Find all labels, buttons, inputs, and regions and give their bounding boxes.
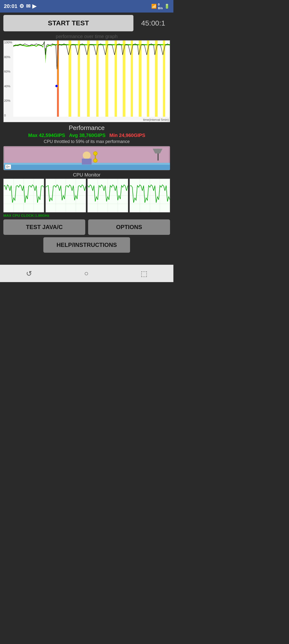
cpu-core-1-svg xyxy=(3,179,44,212)
cpu-core-2-svg xyxy=(46,179,86,212)
status-right: 📶 0B/s 🔋 xyxy=(151,3,170,10)
svg-rect-18 xyxy=(131,40,133,117)
graph-y-labels: 100% 80% 60% 40% 20% 0 xyxy=(4,40,12,117)
performance-graph-wrapper: performance over time graph 100% 80% 60%… xyxy=(3,34,170,122)
main-content: START TEST 45:00:1 performance over time… xyxy=(0,12,173,260)
svg-rect-13 xyxy=(87,40,90,117)
svg-rect-15 xyxy=(105,40,108,117)
home-icon[interactable]: ○ xyxy=(84,269,88,278)
top-row: START TEST 45:00:1 xyxy=(3,15,170,31)
perf-max: Max 42,594GIPS xyxy=(28,132,65,138)
cpu-graphs: 0.98GHz 0.98GHz xyxy=(3,179,170,212)
svg-rect-12 xyxy=(78,40,80,117)
svg-rect-28 xyxy=(82,159,92,165)
cpu-core-3: 0.98GHz xyxy=(87,179,128,212)
svg-rect-20 xyxy=(147,40,149,117)
ad-scene-svg xyxy=(3,146,170,170)
cpu-core-4-svg xyxy=(130,179,170,212)
svg-rect-22 xyxy=(163,40,165,117)
navigation-bar: ↺ ○ ⬚ xyxy=(0,265,173,282)
svg-rect-17 xyxy=(123,40,125,117)
help-instructions-button[interactable]: HELP/INSTRUCTIONS xyxy=(43,237,130,253)
svg-rect-19 xyxy=(139,40,141,117)
status-bar: 20:01 ⚙ ✉ ▶ 📶 0B/s 🔋 xyxy=(0,0,173,12)
svg-point-29 xyxy=(93,152,97,156)
perf-min: Min 24,960GIPS xyxy=(109,132,145,138)
performance-graph: 100% 80% 60% 40% 20% 0 xyxy=(3,40,170,122)
svg-rect-11 xyxy=(68,40,71,117)
perf-throttle: CPU throttled to 59% of its max performa… xyxy=(3,139,170,144)
start-test-button[interactable]: START TEST xyxy=(3,15,133,31)
performance-section: Performance Max 42,594GIPS Avg 38,760GIP… xyxy=(3,124,170,144)
help-button-wrapper: HELP/INSTRUCTIONS xyxy=(3,237,170,258)
svg-rect-21 xyxy=(155,40,158,117)
cpu-core-2: 0.98GHz xyxy=(45,179,86,212)
email-icon: ✉ xyxy=(26,3,30,10)
graph-x-label: time(interval 5min) xyxy=(143,118,169,122)
play-icon: ▶ xyxy=(32,3,36,10)
cpu-core-1: 0.98GHz xyxy=(3,179,44,212)
svg-point-31 xyxy=(93,159,97,162)
timer-display: 45:00:1 xyxy=(136,19,170,27)
svg-rect-14 xyxy=(96,40,98,117)
svg-point-10 xyxy=(55,85,58,87)
svg-marker-6 xyxy=(13,40,170,117)
back-icon[interactable]: ↺ xyxy=(26,269,32,278)
cpu-monitor-title: CPU Monitor xyxy=(3,172,170,178)
max-cpu-clock: MAX CPU CLOCK:1.80GHz xyxy=(3,214,170,218)
recent-apps-icon[interactable]: ⬚ xyxy=(141,269,147,278)
graph-inner xyxy=(13,40,170,117)
performance-title: Performance xyxy=(3,124,170,132)
cpu-core-3-svg xyxy=(88,179,128,212)
svg-rect-16 xyxy=(115,40,117,117)
cpu-core-4: 0.98GHz xyxy=(130,179,170,212)
data-speed: 0B/s xyxy=(158,3,163,10)
ad-banner[interactable]: 0+ xyxy=(3,146,170,170)
performance-stats: Max 42,594GIPS Avg 38,760GIPS Min 24,960… xyxy=(3,132,170,138)
perf-avg: Avg 38,760GIPS xyxy=(69,132,105,138)
test-java-c-button[interactable]: TEST JAVA/C xyxy=(3,220,85,235)
battery-icon: 🔋 xyxy=(164,4,170,9)
ad-age-rating: 0+ xyxy=(5,164,11,169)
wifi-icon: 📶 xyxy=(151,4,157,9)
graph-svg xyxy=(13,40,170,117)
bottom-buttons: TEST JAVA/C OPTIONS xyxy=(3,220,170,235)
options-button[interactable]: OPTIONS xyxy=(88,220,170,235)
status-time: 20:01 xyxy=(4,3,17,10)
graph-title: performance over time graph xyxy=(3,34,170,39)
settings-icon: ⚙ xyxy=(19,3,24,10)
svg-point-27 xyxy=(83,152,91,159)
cpu-monitor-section: CPU Monitor 0.98GHz xyxy=(3,172,170,218)
status-left: 20:01 ⚙ ✉ ▶ xyxy=(4,3,36,10)
